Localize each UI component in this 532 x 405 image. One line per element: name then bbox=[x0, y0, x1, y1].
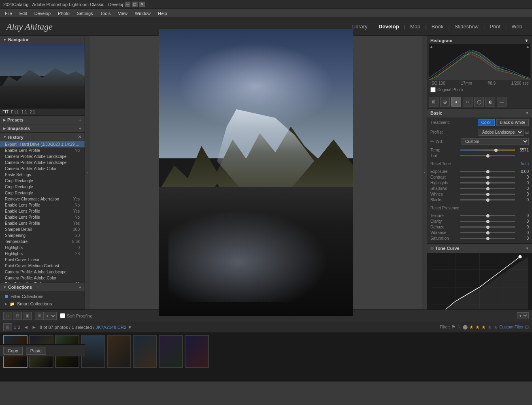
vibrance-thumb[interactable] bbox=[486, 231, 489, 234]
exposure-track[interactable] bbox=[460, 171, 515, 172]
clarity-track[interactable] bbox=[460, 221, 515, 222]
survey-view-button[interactable]: ▣ bbox=[23, 312, 32, 320]
shadows-track[interactable] bbox=[460, 188, 515, 189]
custom-filter-text[interactable]: Custom Filter bbox=[500, 325, 523, 329]
range-mask-tool[interactable]: — bbox=[497, 97, 506, 107]
close-button[interactable]: ✕ bbox=[139, 2, 145, 7]
navigator-header[interactable]: ▼ Navigator bbox=[0, 36, 85, 44]
grid-view-button[interactable]: ⊞ bbox=[35, 312, 44, 320]
toolbar-options-select[interactable]: ▾ bbox=[517, 312, 529, 319]
nav-develop[interactable]: Develop bbox=[375, 22, 402, 31]
histogram-highlight-warning[interactable]: ▲ bbox=[526, 45, 530, 49]
history-item-7[interactable]: Crop Rectangle bbox=[0, 184, 85, 190]
whites-thumb[interactable] bbox=[486, 193, 489, 196]
history-item-10[interactable]: Enable Lens Profile No bbox=[0, 202, 85, 208]
filter-star-1[interactable]: ★ bbox=[469, 324, 474, 330]
history-item-8[interactable]: Crop Rectangle bbox=[0, 190, 85, 196]
whites-track[interactable] bbox=[460, 194, 515, 195]
filmstrip-thumb-7[interactable] bbox=[159, 335, 183, 368]
single-view-button[interactable]: □ bbox=[3, 312, 12, 320]
filmstrip-nav-next[interactable]: ► bbox=[32, 324, 36, 330]
contrast-track[interactable] bbox=[460, 177, 515, 178]
filmstrip-dropdown-icon[interactable]: ▼ bbox=[128, 325, 132, 330]
texture-thumb[interactable] bbox=[486, 214, 489, 217]
snapshots-header[interactable]: ▶ Snapshots + bbox=[0, 124, 85, 132]
zoom-1-1[interactable]: 1:1 bbox=[21, 110, 27, 114]
filmstrip-filename[interactable]: JK7A2148.CR2 bbox=[96, 325, 126, 330]
panel-num-2[interactable]: 2 bbox=[18, 325, 20, 330]
filter-star-4[interactable]: ★ bbox=[487, 324, 492, 330]
dehaze-track[interactable] bbox=[460, 226, 515, 228]
history-item-5[interactable]: Paste Settings bbox=[0, 172, 85, 178]
maximize-button[interactable]: □ bbox=[132, 2, 138, 7]
history-item-13[interactable]: Enable Lens Profile Yes bbox=[0, 220, 85, 226]
treatment-bw-button[interactable]: Black & White bbox=[496, 119, 529, 126]
menu-develop[interactable]: Develop bbox=[31, 10, 54, 17]
history-close-icon[interactable]: ✕ bbox=[78, 134, 81, 140]
wb-eyedropper-icon[interactable]: ✏ bbox=[430, 139, 434, 144]
zoom-fill[interactable]: FILL bbox=[11, 110, 19, 114]
nav-web[interactable]: Web bbox=[509, 22, 526, 31]
radial-tool[interactable]: ◯ bbox=[474, 97, 484, 107]
menu-photo[interactable]: Photo bbox=[55, 10, 73, 17]
filter-settings-icon[interactable]: ⊞ bbox=[525, 324, 529, 330]
history-item-2[interactable]: Camera Profile: Adobe Landscape bbox=[0, 153, 85, 160]
basic-header[interactable]: Basic ▼ bbox=[427, 109, 532, 117]
menu-help[interactable]: Help bbox=[155, 10, 170, 17]
minimize-button[interactable]: ─ bbox=[125, 2, 130, 7]
exposure-thumb[interactable] bbox=[486, 170, 489, 173]
history-item-16[interactable]: Temperature 5.6k bbox=[0, 239, 85, 245]
saturation-track[interactable] bbox=[460, 238, 515, 239]
menu-edit[interactable]: Edit bbox=[16, 10, 30, 17]
filmstrip-nav-prev[interactable]: ◄ bbox=[23, 324, 28, 330]
redeye-tool[interactable]: ● bbox=[451, 97, 461, 107]
auto-button[interactable]: Auto bbox=[520, 162, 529, 166]
tint-thumb[interactable] bbox=[486, 154, 489, 158]
history-item-14[interactable]: Sharpen Detail 100 bbox=[0, 226, 85, 232]
nav-slideshow[interactable]: Slideshow bbox=[451, 22, 482, 31]
filter-star-3[interactable]: ★ bbox=[481, 324, 486, 330]
collection-smart[interactable]: ▶ 📁 Smart Collections bbox=[0, 300, 85, 307]
right-panel-collapse-arrow[interactable]: › bbox=[422, 36, 427, 309]
history-item-12[interactable]: Enable Lens Profile No bbox=[0, 214, 85, 220]
saturation-thumb[interactable] bbox=[486, 237, 489, 240]
shadows-thumb[interactable] bbox=[486, 187, 489, 190]
history-item-17[interactable]: Highlights 0 bbox=[0, 245, 85, 251]
clarity-thumb[interactable] bbox=[486, 220, 489, 223]
blacks-thumb[interactable] bbox=[486, 198, 489, 202]
profile-grid-icon[interactable]: ⊞ bbox=[525, 130, 529, 135]
paste-button[interactable]: Paste bbox=[26, 347, 46, 355]
filter-star-5[interactable]: ★ bbox=[494, 324, 498, 330]
nav-print[interactable]: Print bbox=[486, 22, 504, 31]
history-item-0[interactable]: Export - Hard Drive (3/30/2020 1:14:29 .… bbox=[0, 141, 85, 147]
tone-curve-header[interactable]: Tone Curve ▼ bbox=[427, 244, 532, 253]
history-item-21[interactable]: Camera Profile: Adobe Landscape bbox=[0, 269, 85, 275]
compare-view-button[interactable]: ⊟ bbox=[13, 312, 22, 320]
history-item-4[interactable]: Camera Profile: Adobe Color bbox=[0, 166, 85, 172]
highlights-track[interactable] bbox=[460, 182, 515, 183]
crop-tool[interactable]: ⊞ bbox=[429, 97, 438, 107]
history-item-9[interactable]: Remove Chromatic Aberration Yes bbox=[0, 196, 85, 202]
history-item-11[interactable]: Enable Lens Profile Yes bbox=[0, 208, 85, 214]
history-item-20[interactable]: Point Curve: Medium Contrast bbox=[0, 263, 85, 269]
temp-thumb[interactable] bbox=[494, 149, 498, 152]
nav-book[interactable]: Book bbox=[428, 22, 447, 31]
filter-star-2[interactable]: ★ bbox=[475, 324, 480, 330]
collections-header[interactable]: ▼ Collections + bbox=[0, 283, 85, 291]
heal-tool[interactable]: ◎ bbox=[440, 97, 450, 107]
filmstrip-thumb-5[interactable] bbox=[107, 335, 131, 368]
menu-file[interactable]: File bbox=[2, 10, 15, 17]
histogram-shadow-warning[interactable]: ▲ bbox=[430, 45, 433, 49]
graduated-tool[interactable]: □ bbox=[463, 97, 472, 107]
history-item-3[interactable]: Camera Profile: Adobe Landscape bbox=[0, 160, 85, 166]
dehaze-thumb[interactable] bbox=[486, 226, 489, 229]
profile-select[interactable]: Adobe Landscape bbox=[479, 129, 523, 136]
left-panel-collapse-arrow[interactable]: ‹ bbox=[85, 36, 90, 309]
grid-panel-button[interactable]: ⊞ bbox=[3, 323, 12, 331]
snapshots-add-button[interactable]: + bbox=[79, 126, 81, 131]
temp-track[interactable] bbox=[460, 149, 515, 151]
view-select[interactable]: ▾ bbox=[45, 312, 57, 320]
brush-tool[interactable]: ◐ bbox=[485, 97, 495, 107]
blacks-track[interactable] bbox=[460, 199, 515, 200]
history-item-22[interactable]: Camera Profile: Adobe Color bbox=[0, 275, 85, 281]
